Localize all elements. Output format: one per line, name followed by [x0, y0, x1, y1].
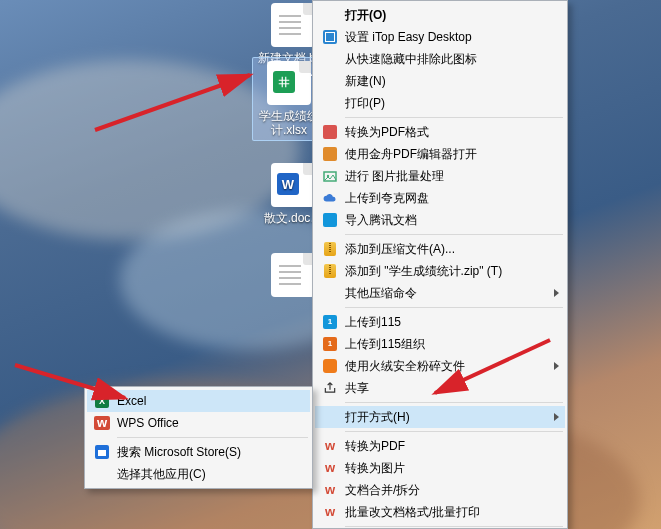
- pdf-icon: [319, 124, 341, 140]
- menu-jinzhou-pdf[interactable]: 使用金舟PDF编辑器打开: [315, 143, 565, 165]
- annotation-arrow: [90, 60, 270, 143]
- menu-quark[interactable]: 上传到夸克网盘: [315, 187, 565, 209]
- share-icon: [319, 380, 341, 396]
- blank-icon: [319, 7, 341, 23]
- menu-open-with[interactable]: 打开方式(H): [315, 406, 565, 428]
- menu-huorong[interactable]: 使用火绒安全粉碎文件: [315, 355, 565, 377]
- wps-icon: w: [319, 460, 341, 476]
- menu-itop[interactable]: 设置 iTop Easy Desktop: [315, 26, 565, 48]
- open-with-submenu: X Excel w WPS Office 搜索 Microsoft Store(…: [84, 386, 313, 489]
- zip-icon: [319, 263, 341, 279]
- menu-wps-pdf[interactable]: w 转换为PDF: [315, 435, 565, 457]
- wps-icon: w: [91, 415, 113, 431]
- menu-print[interactable]: 打印(P): [315, 92, 565, 114]
- 115-icon: 1: [319, 314, 341, 330]
- text-file-icon: [271, 3, 315, 47]
- submenu-other-app[interactable]: 选择其他应用(C): [87, 463, 310, 485]
- menu-share[interactable]: 共享: [315, 377, 565, 399]
- submenu-wps[interactable]: w WPS Office: [87, 412, 310, 434]
- xlsx-file-icon: [267, 61, 311, 105]
- menu-tencent-doc[interactable]: 导入腾讯文档: [315, 209, 565, 231]
- submenu-excel[interactable]: X Excel: [87, 390, 310, 412]
- fire-icon: [319, 358, 341, 374]
- chevron-right-icon: [554, 413, 559, 421]
- store-icon: [91, 444, 113, 460]
- 115-org-icon: 1: [319, 336, 341, 352]
- menu-add-zip[interactable]: 添加到压缩文件(A)...: [315, 238, 565, 260]
- menu-separator: [345, 431, 563, 432]
- docx-file-icon: W: [271, 163, 315, 207]
- text-file-icon: [271, 253, 315, 297]
- wps-icon: w: [319, 504, 341, 520]
- submenu-store[interactable]: 搜索 Microsoft Store(S): [87, 441, 310, 463]
- context-menu: 打开(O) 设置 iTop Easy Desktop 从快速隐藏中排除此图标 新…: [312, 0, 568, 529]
- chevron-right-icon: [554, 362, 559, 370]
- wps-icon: w: [319, 438, 341, 454]
- menu-separator: [345, 307, 563, 308]
- menu-separator: [345, 117, 563, 118]
- menu-wps-batch[interactable]: w 批量改文档格式/批量打印: [315, 501, 565, 523]
- menu-wps-merge[interactable]: w 文档合并/拆分: [315, 479, 565, 501]
- image-batch-icon: [319, 168, 341, 184]
- excel-icon: X: [91, 393, 113, 409]
- menu-new[interactable]: 新建(N): [315, 70, 565, 92]
- cloud-icon: [319, 190, 341, 206]
- menu-115-org[interactable]: 1 上传到115组织: [315, 333, 565, 355]
- menu-exclude[interactable]: 从快速隐藏中排除此图标: [315, 48, 565, 70]
- pdf-editor-icon: [319, 146, 341, 162]
- menu-open[interactable]: 打开(O): [315, 4, 565, 26]
- svg-line-2: [95, 75, 250, 130]
- menu-separator: [345, 402, 563, 403]
- tencent-doc-icon: [319, 212, 341, 228]
- menu-batch-image[interactable]: 进行 图片批量处理: [315, 165, 565, 187]
- chevron-right-icon: [554, 289, 559, 297]
- menu-to-pdf[interactable]: 转换为PDF格式: [315, 121, 565, 143]
- menu-add-zip-named[interactable]: 添加到 "学生成绩统计.zip" (T): [315, 260, 565, 282]
- menu-separator: [345, 526, 563, 527]
- itop-icon: [319, 29, 341, 45]
- wps-icon: w: [319, 482, 341, 498]
- menu-separator: [117, 437, 308, 438]
- menu-wps-img[interactable]: w 转换为图片: [315, 457, 565, 479]
- menu-other-zip[interactable]: 其他压缩命令: [315, 282, 565, 304]
- menu-separator: [345, 234, 563, 235]
- zip-icon: [319, 241, 341, 257]
- menu-115[interactable]: 1 上传到115: [315, 311, 565, 333]
